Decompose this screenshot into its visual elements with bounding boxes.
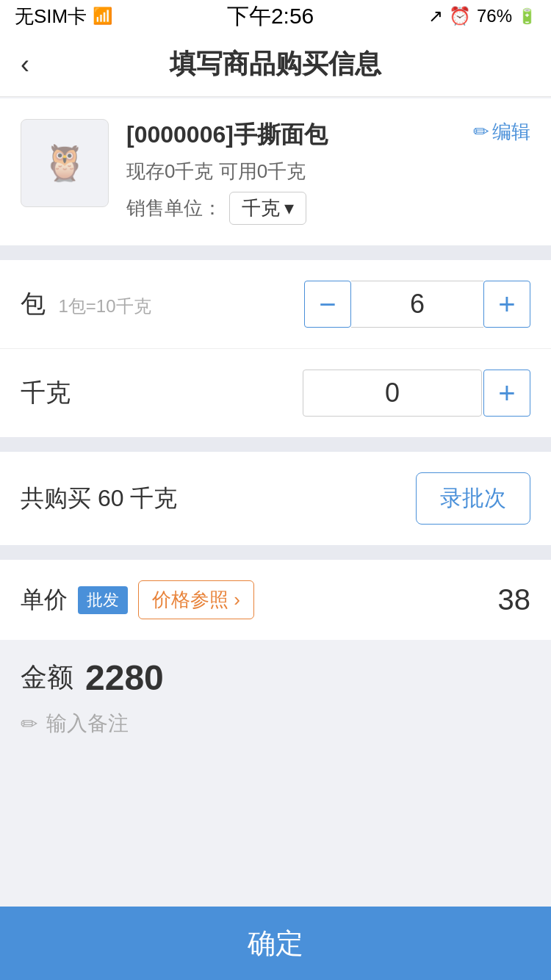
note-icon: ✏	[21, 712, 37, 736]
status-bar: 无SIM卡 📶 下午2:56 ↗ ⏰ 76% 🔋	[0, 0, 551, 32]
bao-plus-button[interactable]: +	[483, 281, 530, 328]
price-section: 单价 批发 价格参照 › 38	[0, 560, 551, 640]
status-time: 下午2:56	[227, 1, 314, 32]
price-label: 单价	[21, 584, 68, 616]
amount-label: 金额	[21, 660, 73, 696]
alarm-icon: ⏰	[449, 6, 471, 26]
kg-plus-button[interactable]: +	[483, 370, 530, 417]
kg-input-row: 千克 0 +	[0, 349, 551, 437]
unit-label: 销售单位：	[126, 195, 222, 221]
kg-label: 千克	[21, 376, 303, 410]
bao-stepper: − 6 +	[304, 281, 530, 328]
unit-value: 千克	[242, 195, 280, 221]
bao-sublabel: 1包=10千克	[58, 296, 151, 316]
amount-section: 金额 2280 ✏ 输入备注	[0, 640, 551, 749]
amount-value: 2280	[85, 657, 164, 698]
unit-dropdown-icon: ▾	[284, 197, 294, 220]
separator-2	[0, 437, 551, 452]
price-value: 38	[498, 583, 531, 616]
product-logo-icon: 🦉	[43, 143, 87, 184]
carrier-text: 无SIM卡	[15, 4, 87, 29]
product-stock: 现存0千克 可用0千克	[126, 159, 455, 184]
bao-section: 包 1包=10千克 − 6 +	[0, 260, 551, 348]
note-placeholder: 输入备注	[46, 710, 129, 738]
status-right: ↗ ⏰ 76% 🔋	[428, 6, 536, 26]
content-spacer	[0, 749, 551, 907]
product-info: [0000006]手撕面包 现存0千克 可用0千克 销售单位： 千克 ▾	[126, 119, 455, 225]
status-left: 无SIM卡 📶	[15, 4, 112, 29]
price-ref-button[interactable]: 价格参照 ›	[138, 580, 254, 619]
product-unit: 销售单位： 千克 ▾	[126, 192, 455, 225]
edit-label: 编辑	[492, 119, 530, 145]
edit-icon: ✏	[473, 120, 489, 143]
bao-label: 包 1包=10千克	[21, 287, 304, 321]
separator-1	[0, 245, 551, 260]
unit-select[interactable]: 千克 ▾	[229, 192, 306, 225]
product-thumbnail: 🦉	[21, 119, 109, 207]
product-name: [0000006]手撕面包	[126, 119, 455, 151]
page-title: 填写商品购买信息	[170, 46, 381, 82]
nav-bar: ‹ 填写商品购买信息	[0, 32, 551, 97]
bao-minus-button[interactable]: −	[304, 281, 351, 328]
battery-icon: 🔋	[518, 7, 536, 25]
location-icon: ↗	[428, 6, 443, 26]
amount-row: 金额 2280	[21, 657, 530, 698]
edit-button[interactable]: ✏ 编辑	[473, 119, 530, 145]
kg-stepper: 0 +	[303, 370, 530, 417]
confirm-button[interactable]: 确定	[0, 907, 551, 980]
back-button[interactable]: ‹	[21, 49, 29, 80]
price-left: 单价 批发 价格参照 ›	[21, 580, 254, 619]
bao-value[interactable]: 6	[351, 281, 483, 328]
separator-3	[0, 545, 551, 560]
total-text: 共购买 60 千克	[21, 483, 177, 515]
total-section: 共购买 60 千克 录批次	[0, 452, 551, 545]
kg-value[interactable]: 0	[303, 370, 482, 417]
battery-text: 76%	[477, 6, 512, 26]
wifi-icon: 📶	[93, 7, 112, 26]
record-batch-button[interactable]: 录批次	[416, 472, 530, 525]
kg-section: 千克 0 +	[0, 348, 551, 437]
product-card: 🦉 [0000006]手撕面包 现存0千克 可用0千克 销售单位： 千克 ▾ ✏…	[0, 98, 551, 245]
note-row[interactable]: ✏ 输入备注	[21, 710, 530, 738]
price-tag: 批发	[78, 586, 128, 614]
bao-input-row: 包 1包=10千克 − 6 +	[0, 260, 551, 348]
